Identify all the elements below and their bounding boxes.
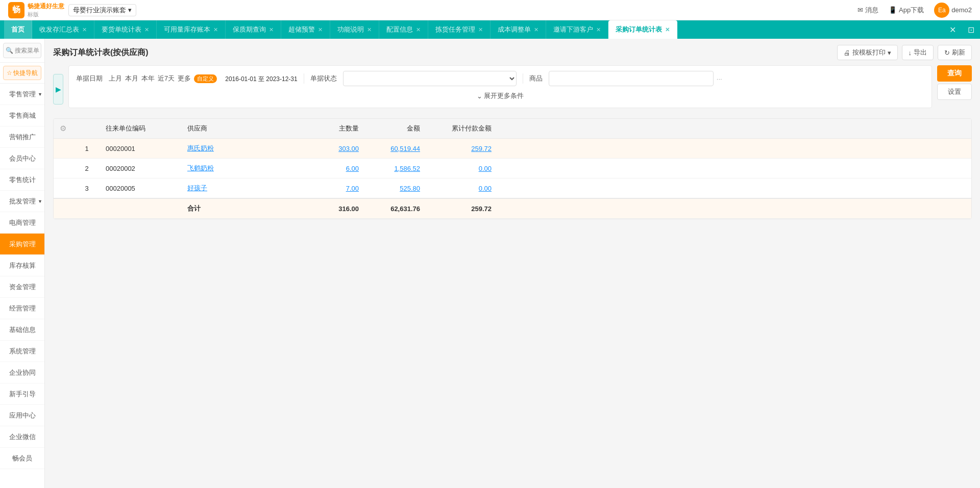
th-code: 往来单位编码 bbox=[100, 119, 181, 139]
refresh-button[interactable]: ↻ 刷新 bbox=[938, 45, 972, 60]
date-shortcut-more[interactable]: 更多 bbox=[178, 74, 191, 83]
td-foot-amount: 62,631.76 bbox=[365, 198, 426, 219]
print-icon: 🖨 bbox=[844, 49, 850, 57]
sidebar-item-retail-management[interactable]: 零售管理 ▾ bbox=[0, 84, 44, 105]
sidebar-item-membership2[interactable]: 畅会员 bbox=[0, 448, 44, 469]
sidebar-item-wholesale[interactable]: 批发管理 ▾ bbox=[0, 191, 44, 212]
query-button[interactable]: 查询 bbox=[937, 65, 972, 82]
close-icon[interactable]: ✕ bbox=[82, 27, 87, 33]
tab-receive-summary[interactable]: 收发存汇总表 ✕ bbox=[32, 20, 94, 39]
tab-config-info[interactable]: 配置信息 ✕ bbox=[379, 20, 428, 39]
nav-restore-btn[interactable]: ⊡ bbox=[962, 20, 980, 39]
close-icon[interactable]: ✕ bbox=[367, 27, 372, 33]
amount-link-1[interactable]: 60,519.44 bbox=[390, 145, 420, 152]
sidebar-item-retail-stats[interactable]: 零售统计 bbox=[0, 169, 44, 191]
date-shortcut-last-month[interactable]: 上月 bbox=[109, 74, 122, 83]
sidebar-item-retail-mall[interactable]: 零售商城 bbox=[0, 105, 44, 126]
amount-link-3[interactable]: 525.80 bbox=[400, 185, 420, 192]
tab-expiry-query[interactable]: 保质期查询 ✕ bbox=[226, 20, 281, 39]
date-custom-badge[interactable]: 自定义 bbox=[194, 74, 217, 83]
sidebar-item-finance[interactable]: 资金管理 bbox=[0, 276, 44, 298]
close-icon[interactable]: ✕ bbox=[534, 27, 538, 33]
td-code-1: 00020001 bbox=[100, 139, 181, 159]
sidebar-item-basic-info[interactable]: 基础信息 bbox=[0, 319, 44, 341]
td-gear-2 bbox=[54, 159, 74, 178]
td-empty-2 bbox=[498, 159, 971, 178]
print-button[interactable]: 🖨 按模板打印 ▾ bbox=[837, 45, 898, 60]
sidebar-item-inventory[interactable]: 库存核算 bbox=[0, 255, 44, 276]
close-icon[interactable]: ✕ bbox=[596, 27, 601, 33]
nav-right-buttons: ✕ ⊡ bbox=[943, 20, 980, 39]
td-code-2: 00020002 bbox=[100, 159, 181, 178]
qty-link-1[interactable]: 303.00 bbox=[338, 145, 359, 152]
tab-overstock-warning[interactable]: 超储预警 ✕ bbox=[281, 20, 330, 39]
date-shortcut-this-month[interactable]: 本月 bbox=[125, 74, 138, 83]
logo-area[interactable]: 畅 畅捷通好生意 标版 bbox=[8, 2, 64, 18]
td-foot-qty: 316.00 bbox=[304, 198, 365, 219]
sidebar-item-app-center[interactable]: 应用中心 bbox=[0, 405, 44, 426]
paid-link-3[interactable]: 0.00 bbox=[479, 185, 492, 192]
tab-home[interactable]: 首页 bbox=[4, 20, 32, 39]
supplier-link-2[interactable]: 飞鹤奶粉 bbox=[187, 164, 214, 172]
paid-link-1[interactable]: 259.72 bbox=[471, 145, 492, 152]
app-download-btn[interactable]: 📱 App下载 bbox=[889, 6, 924, 15]
supplier-link-3[interactable]: 好孩子 bbox=[187, 184, 207, 192]
table-header-row: ⚙ 往来单位编码 供应商 主数量 金额 累计付款金额 bbox=[54, 119, 971, 139]
search-menu-button[interactable]: 🔍 搜索菜单 bbox=[3, 43, 41, 58]
supplier-link-1[interactable]: 惠氏奶粉 bbox=[187, 144, 214, 152]
sidebar-item-enterprise-wechat[interactable]: 企业微信 bbox=[0, 426, 44, 448]
close-icon[interactable]: ✕ bbox=[318, 27, 323, 33]
nav-close-btn[interactable]: ✕ bbox=[943, 20, 962, 39]
close-icon[interactable]: ✕ bbox=[213, 27, 218, 33]
user-area[interactable]: Ea demo2 bbox=[934, 3, 972, 18]
td-supplier-3: 好孩子 bbox=[181, 178, 304, 199]
export-icon: ↓ bbox=[909, 49, 912, 57]
amount-link-2[interactable]: 1,586.52 bbox=[394, 165, 420, 172]
ellipsis-icon[interactable]: ··· bbox=[717, 75, 722, 83]
sidebar-item-ecommerce[interactable]: 电商管理 bbox=[0, 212, 44, 234]
td-foot-empty bbox=[498, 198, 971, 219]
sidebar-item-enterprise-collab[interactable]: 企业协同 bbox=[0, 362, 44, 383]
page-header: 采购订单统计表(按供应商) 🖨 按模板打印 ▾ ↓ 导出 ↻ 刷新 bbox=[53, 45, 972, 60]
search-icon: 🔍 bbox=[6, 47, 13, 54]
download-icon: 📱 bbox=[889, 6, 897, 14]
date-shortcut-7days[interactable]: 近7天 bbox=[158, 74, 175, 83]
tab-cost-adjust[interactable]: 成本调整单 ✕ bbox=[491, 20, 546, 39]
gear-icon[interactable]: ⚙ bbox=[60, 124, 66, 133]
sidebar-item-marketing[interactable]: 营销推广 bbox=[0, 126, 44, 148]
quick-nav-button[interactable]: ☆ 快捷导航 bbox=[3, 66, 41, 80]
tenant-select[interactable]: 母婴行业演示账套 ▾ bbox=[68, 4, 136, 16]
td-foot-code bbox=[100, 198, 181, 219]
qty-link-3[interactable]: 7.00 bbox=[346, 185, 359, 192]
td-qty-3: 7.00 bbox=[304, 178, 365, 199]
setting-button[interactable]: 设置 bbox=[937, 84, 972, 100]
sidebar-item-operation[interactable]: 经营管理 bbox=[0, 298, 44, 319]
filter-toggle-btn[interactable]: ▶ bbox=[53, 74, 63, 105]
tab-function-desc[interactable]: 功能说明 ✕ bbox=[330, 20, 379, 39]
sidebar-item-new-guide[interactable]: 新手引导 bbox=[0, 383, 44, 405]
sidebar-item-sys-mgmt[interactable]: 系统管理 bbox=[0, 341, 44, 362]
close-icon[interactable]: ✕ bbox=[478, 27, 483, 33]
date-shortcut-this-year[interactable]: 本年 bbox=[141, 74, 155, 83]
close-icon[interactable]: ✕ bbox=[144, 27, 149, 33]
goods-input[interactable] bbox=[549, 71, 714, 86]
sidebar-item-membership[interactable]: 会员中心 bbox=[0, 148, 44, 169]
message-btn[interactable]: ✉ 消息 bbox=[857, 6, 878, 15]
chevron-down-icon: ▾ bbox=[128, 6, 132, 14]
export-button[interactable]: ↓ 导出 bbox=[902, 45, 934, 60]
paid-link-2[interactable]: 0.00 bbox=[479, 165, 492, 172]
status-select[interactable] bbox=[343, 71, 517, 86]
close-icon[interactable]: ✕ bbox=[269, 27, 274, 33]
expand-more-btn[interactable]: ⌄ 展开更多条件 bbox=[471, 89, 530, 102]
tab-purchase-order-summary[interactable]: 采购订单统计表 ✕ bbox=[608, 20, 677, 39]
close-icon[interactable]: ✕ bbox=[665, 27, 670, 33]
close-icon[interactable]: ✕ bbox=[416, 27, 421, 33]
tab-available-stock[interactable]: 可用量库存账本 ✕ bbox=[157, 20, 226, 39]
tab-order-summary[interactable]: 要货单统计表 ✕ bbox=[94, 20, 157, 39]
td-foot-label: 合计 bbox=[181, 198, 304, 219]
tab-invite-downstream[interactable]: 邀请下游客户 ✕ bbox=[546, 20, 608, 39]
divider bbox=[304, 73, 304, 84]
sidebar-item-purchase[interactable]: 采购管理 bbox=[0, 234, 44, 255]
tab-picking-task[interactable]: 拣货任务管理 ✕ bbox=[428, 20, 491, 39]
qty-link-2[interactable]: 6.00 bbox=[346, 165, 359, 172]
